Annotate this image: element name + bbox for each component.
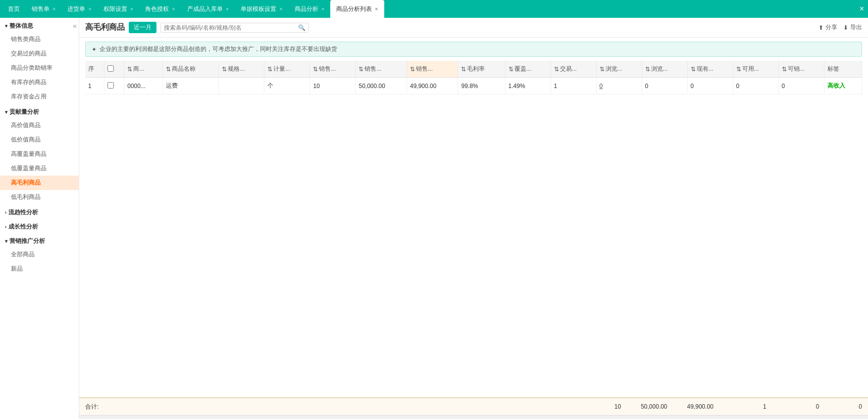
sidebar-item-stocked-goods[interactable]: 有库存的商品 xyxy=(0,75,79,90)
cell-sales-qty: 10 xyxy=(310,78,356,94)
sort-icon: ⇅ xyxy=(554,66,559,73)
col-gross-margin[interactable]: ⇅毛利率 xyxy=(458,61,505,78)
sort-icon: ⇅ xyxy=(313,66,318,73)
close-product-in-tab[interactable]: × xyxy=(226,6,229,12)
nav-item-purchase[interactable]: 进货单 × xyxy=(61,0,97,18)
search-icon[interactable]: 🔍 xyxy=(298,24,306,31)
col-current-stock[interactable]: ⇅现有... xyxy=(687,61,733,78)
col-tag[interactable]: 标签 xyxy=(824,61,862,78)
cell-browse1[interactable]: 0 xyxy=(596,78,642,94)
export-icon: ⬇ xyxy=(843,24,848,31)
sort-icon: ⇅ xyxy=(691,66,696,73)
col-seq: 序 xyxy=(85,61,104,78)
col-sales-qty[interactable]: ⇅销售... xyxy=(310,61,356,78)
search-input[interactable] xyxy=(164,24,298,31)
sidebar-item-traded-goods[interactable]: 交易过的商品 xyxy=(0,47,79,61)
sidebar-item-category-rate[interactable]: 商品分类助销率 xyxy=(0,61,79,75)
col-browse2[interactable]: ⇅浏览... xyxy=(642,61,687,78)
sidebar-item-low-margin[interactable]: 低毛利商品 xyxy=(0,190,79,204)
sidebar: « ▾ 整体信息 销售类商品 交易过的商品 商品分类助销率 有库存的商品 库存资… xyxy=(0,18,79,419)
cell-unit: 个 xyxy=(264,78,310,94)
nav-item-role[interactable]: 角色授权 × xyxy=(139,0,181,18)
cell-seq: 1 xyxy=(85,78,104,94)
sort-icon: ⇅ xyxy=(166,66,171,73)
share-button[interactable]: ⬆ 分享 xyxy=(818,23,837,32)
data-table: 序 ⇅商... ⇅商品名称 ⇅规格... ⇅计量... ⇅销售... ⇅销售..… xyxy=(85,61,862,94)
sidebar-item-new-goods[interactable]: 新品 xyxy=(0,262,79,276)
nav-item-home[interactable]: 首页 xyxy=(2,0,26,18)
page-title: 高毛利商品 xyxy=(85,22,125,33)
sidebar-item-high-value[interactable]: 高价值商品 xyxy=(0,118,79,133)
close-purchase-tab[interactable]: × xyxy=(88,6,91,12)
col-saleable[interactable]: ⇅可销... xyxy=(778,61,824,78)
sidebar-group-overall[interactable]: ▾ 整体信息 xyxy=(0,18,79,32)
sidebar-item-high-margin[interactable]: 高毛利商品 xyxy=(0,176,79,190)
top-nav: 首页 销售单 × 进货单 × 权限设置 × 角色授权 × 产成品入库单 × 单据… xyxy=(0,0,868,18)
close-role-tab[interactable]: × xyxy=(172,6,175,12)
cell-code: 0000... xyxy=(124,78,162,94)
col-unit[interactable]: ⇅计量... xyxy=(264,61,310,78)
growth-arrow: › xyxy=(5,224,6,230)
sidebar-group-trend[interactable]: › 流趋性分析 xyxy=(0,204,79,219)
sidebar-item-sales-goods[interactable]: 销售类商品 xyxy=(0,32,79,47)
sort-icon: ⇅ xyxy=(222,66,227,73)
cell-saleable: 0 xyxy=(778,78,824,94)
trend-arrow: › xyxy=(5,210,6,215)
col-browse1[interactable]: ⇅浏览... xyxy=(596,61,642,78)
info-banner: ✦ 企业的主要的利润都是这部分商品创造的，可考虑加大推广，同时关注库存是不要出现… xyxy=(85,42,862,57)
content-area: 高毛利商品 近一月 🔍 ⬆ 分享 ⬇ 导出 ✦ 企业的主要的利润都是这部分商品创… xyxy=(79,18,868,419)
main-container: « ▾ 整体信息 销售类商品 交易过的商品 商品分类助销率 有库存的商品 库存资… xyxy=(0,18,868,419)
col-sales-profit[interactable]: ⇅销售... xyxy=(407,61,458,78)
col-checkbox[interactable] xyxy=(104,61,124,78)
close-all-tabs[interactable]: × xyxy=(860,4,864,13)
sidebar-item-all-goods[interactable]: 全部商品 xyxy=(0,247,79,262)
col-spec[interactable]: ⇅规格... xyxy=(219,61,264,78)
contribution-arrow: ▾ xyxy=(5,109,7,115)
time-filter-button[interactable]: 近一月 xyxy=(129,22,156,33)
footer-current-stock: 0 xyxy=(816,403,819,410)
footer-sales-amount: 50,000.00 xyxy=(641,403,667,410)
sidebar-group-growth[interactable]: › 成长性分析 xyxy=(0,219,79,233)
nav-item-analysis[interactable]: 商品分析 × xyxy=(289,0,330,18)
cell-trade: 1 xyxy=(551,78,596,94)
nav-item-template[interactable]: 单据模板设置 × xyxy=(235,0,288,18)
nav-item-analysis-list[interactable]: 商品分析列表 × xyxy=(330,0,384,18)
table-container: 序 ⇅商... ⇅商品名称 ⇅规格... ⇅计量... ⇅销售... ⇅销售..… xyxy=(79,61,868,397)
sidebar-item-low-value[interactable]: 低价值商品 xyxy=(0,133,79,147)
info-icon: ✦ xyxy=(92,46,97,53)
nav-item-sales[interactable]: 销售单 × xyxy=(26,0,61,18)
sidebar-collapse-btn[interactable]: « xyxy=(73,22,77,30)
close-template-tab[interactable]: × xyxy=(279,6,282,12)
col-available[interactable]: ⇅可用... xyxy=(733,61,778,78)
sidebar-item-stock-capital[interactable]: 库存资金占用 xyxy=(0,90,79,104)
sidebar-group-contribution[interactable]: ▾ 贡献量分析 xyxy=(0,104,79,118)
close-sales-tab[interactable]: × xyxy=(52,6,55,12)
col-name[interactable]: ⇅商品名称 xyxy=(162,61,219,78)
cell-checkbox[interactable] xyxy=(104,78,124,94)
cell-current-stock: 0 xyxy=(687,78,733,94)
row-checkbox[interactable] xyxy=(107,82,114,89)
sort-icon: ⇅ xyxy=(358,66,363,73)
col-sales-amount[interactable]: ⇅销售... xyxy=(356,61,407,78)
nav-item-permission[interactable]: 权限设置 × xyxy=(98,0,139,18)
footer-sales-profit: 49,900.00 xyxy=(687,403,714,410)
cell-name: 运费 xyxy=(162,78,219,94)
close-permission-tab[interactable]: × xyxy=(130,6,133,12)
sidebar-item-high-coverage[interactable]: 高覆盖量商品 xyxy=(0,147,79,161)
sort-icon: ⇅ xyxy=(645,66,650,73)
close-analysis-tab[interactable]: × xyxy=(321,6,324,12)
horizontal-scrollbar[interactable] xyxy=(79,415,868,419)
cell-available: 0 xyxy=(733,78,778,94)
nav-item-product-in[interactable]: 产成品入库单 × xyxy=(181,0,235,18)
footer-total: 合计: 10 50,000.00 49,900.00 1 0 0 xyxy=(79,397,868,415)
search-box: 🔍 xyxy=(160,23,309,33)
sidebar-group-marketing[interactable]: ▾ 营销推广分析 xyxy=(0,233,79,247)
sidebar-item-low-coverage[interactable]: 低覆盖量商品 xyxy=(0,161,79,176)
select-all-checkbox[interactable] xyxy=(107,65,114,72)
col-trade[interactable]: ⇅交易... xyxy=(551,61,596,78)
close-analysis-list-tab[interactable]: × xyxy=(375,6,378,12)
col-code[interactable]: ⇅商... xyxy=(124,61,162,78)
export-button[interactable]: ⬇ 导出 xyxy=(843,23,862,32)
content-header: 高毛利商品 近一月 🔍 ⬆ 分享 ⬇ 导出 xyxy=(79,18,868,38)
col-coverage[interactable]: ⇅覆盖... xyxy=(505,61,551,78)
